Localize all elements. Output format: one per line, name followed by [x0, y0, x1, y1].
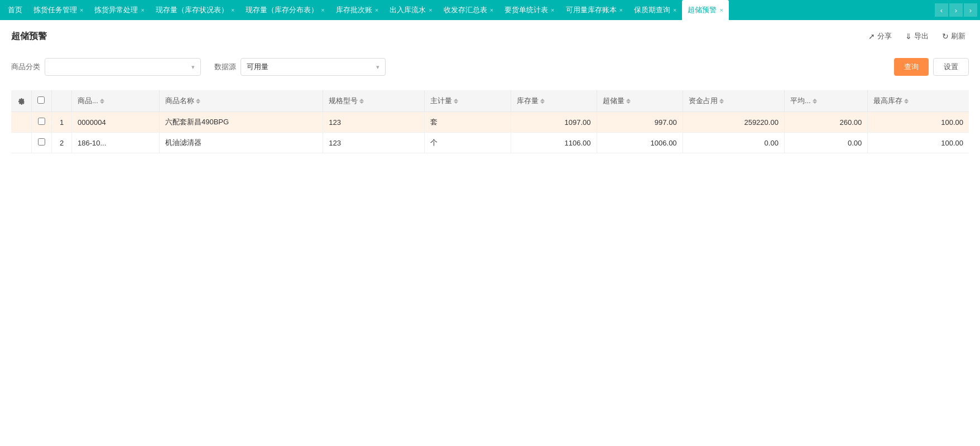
th-avg[interactable]: 平均...: [784, 90, 867, 112]
close-icon[interactable]: ×: [321, 7, 324, 13]
nav-inout-flow[interactable]: 出入库流水 ×: [384, 0, 438, 20]
nav-task-mgmt[interactable]: 拣货任务管理 ×: [28, 0, 89, 20]
close-icon[interactable]: ×: [673, 7, 676, 13]
sort-icon: [813, 99, 817, 104]
close-icon[interactable]: ×: [375, 7, 378, 13]
chevron-down-icon: ▾: [376, 64, 379, 71]
nav-exception[interactable]: 拣货异常处理 ×: [89, 0, 150, 20]
filter-buttons: 查询 设置: [894, 58, 969, 76]
close-icon[interactable]: ×: [551, 7, 554, 13]
datasource-filter-group: 数据源 可用量 ▾: [214, 58, 386, 76]
row-checkbox[interactable]: [38, 118, 45, 125]
close-icon[interactable]: ×: [719, 7, 723, 13]
refresh-button[interactable]: ↻ 刷新: [939, 29, 969, 43]
td-capital-use: 259220.00: [683, 112, 784, 133]
sort-icon: [196, 99, 200, 104]
th-stock[interactable]: 库存量: [511, 90, 597, 112]
page-actions: ➚ 分享 ⇓ 导出 ↻ 刷新: [865, 29, 969, 43]
td-unit: 套: [425, 112, 511, 133]
td-index: 2: [52, 133, 72, 153]
row-checkbox[interactable]: [38, 138, 45, 146]
nav-order-stats[interactable]: 要货单统计表 ×: [499, 0, 560, 20]
data-table: 商品... 商品名称 规格型号: [11, 90, 969, 153]
category-label: 商品分类: [11, 62, 40, 72]
close-icon[interactable]: ×: [429, 7, 432, 13]
td-spec: 123: [323, 112, 425, 133]
td-checkbox[interactable]: [32, 133, 52, 153]
sort-icon: [359, 99, 364, 104]
th-capital-use[interactable]: 资金占用: [683, 90, 784, 112]
share-icon: ➚: [868, 32, 875, 41]
nav-inventory-dist[interactable]: 现存量（库存分布表） ×: [240, 0, 330, 20]
th-unit[interactable]: 主计量: [425, 90, 511, 112]
page-title: 超储预警: [11, 31, 47, 42]
chevron-down-icon: ▾: [191, 64, 195, 71]
nav-summary[interactable]: 收发存汇总表 ×: [438, 0, 499, 20]
close-icon[interactable]: ×: [490, 7, 493, 13]
close-icon[interactable]: ×: [619, 7, 623, 13]
sort-icon: [454, 99, 458, 104]
category-select[interactable]: ▾: [45, 58, 201, 76]
td-checkbox[interactable]: [32, 112, 52, 133]
nav-home[interactable]: 首页: [2, 0, 28, 20]
td-stock: 1106.00: [511, 133, 597, 153]
export-icon: ⇓: [905, 32, 912, 41]
td-product-code: 0000004: [72, 112, 160, 133]
datasource-label: 数据源: [214, 62, 236, 72]
close-icon[interactable]: ×: [231, 7, 234, 13]
td-capital-use: 0.00: [683, 133, 784, 153]
td-avg: 0.00: [784, 133, 867, 153]
td-over-stock: 997.00: [597, 112, 683, 133]
table-row: 2 186-10... 机油滤清器 123 个 1106.00 1006.00 …: [11, 133, 969, 153]
sort-icon: [100, 99, 104, 104]
nav-available-account[interactable]: 可用量库存账本 ×: [560, 0, 628, 20]
td-gear: [11, 133, 32, 153]
datasource-select[interactable]: 可用量 ▾: [241, 58, 386, 76]
td-max-stock: 100.00: [868, 112, 969, 133]
td-product-name: 机油滤清器: [159, 133, 323, 153]
td-max-stock: 100.00: [868, 133, 969, 153]
nav-batch-account[interactable]: 库存批次账 ×: [330, 0, 384, 20]
th-gear[interactable]: [11, 90, 32, 112]
topbar: 首页 拣货任务管理 × 拣货异常处理 × 现存量（库存状况表） × 现存量（库存…: [0, 0, 980, 20]
th-index: [52, 90, 72, 112]
nav-next-button[interactable]: ›: [949, 3, 963, 17]
page-header: 超储预警 ➚ 分享 ⇓ 导出 ↻ 刷新: [11, 29, 969, 43]
close-icon[interactable]: ×: [80, 7, 83, 13]
filter-row: 商品分类 ▾ 数据源 可用量 ▾ 查询 设置: [11, 52, 969, 81]
close-icon[interactable]: ×: [141, 7, 144, 13]
sort-icon: [626, 99, 631, 104]
nav-overstock-warning[interactable]: 超储预警 ×: [682, 0, 728, 20]
th-checkbox[interactable]: [32, 90, 52, 112]
td-stock: 1097.00: [511, 112, 597, 133]
table-row: 1 0000004 六配套新昌490BPG 123 套 1097.00 997.…: [11, 112, 969, 133]
export-button[interactable]: ⇓ 导出: [902, 29, 932, 43]
nav-quality-query[interactable]: 保质期查询 ×: [628, 0, 682, 20]
th-spec[interactable]: 规格型号: [323, 90, 425, 112]
sort-icon: [719, 99, 724, 104]
select-all-checkbox[interactable]: [37, 96, 45, 104]
td-spec: 123: [323, 133, 425, 153]
datasource-value: 可用量: [247, 62, 268, 72]
th-product-name[interactable]: 商品名称: [159, 90, 323, 112]
th-product-code[interactable]: 商品...: [72, 90, 160, 112]
category-filter-group: 商品分类 ▾: [11, 58, 201, 76]
td-gear: [11, 112, 32, 133]
nav-prev-button[interactable]: ‹: [935, 3, 948, 17]
td-product-name: 六配套新昌490BPG: [159, 112, 323, 133]
th-max-stock[interactable]: 最高库存: [868, 90, 969, 112]
settings-button[interactable]: 设置: [933, 58, 969, 76]
table-header-row: 商品... 商品名称 规格型号: [11, 90, 969, 112]
th-over-stock[interactable]: 超储量: [597, 90, 683, 112]
query-button[interactable]: 查询: [894, 58, 929, 76]
sort-icon: [904, 99, 909, 104]
nav-inventory-status[interactable]: 现存量（库存状况表） ×: [150, 0, 240, 20]
td-product-code: 186-10...: [72, 133, 160, 153]
nav-arrows: ‹ › ›: [934, 3, 978, 17]
td-avg: 260.00: [784, 112, 867, 133]
gear-icon: [17, 96, 26, 105]
share-button[interactable]: ➚ 分享: [865, 29, 895, 43]
refresh-icon: ↻: [942, 32, 949, 41]
td-unit: 个: [425, 133, 511, 153]
nav-more-button[interactable]: ›: [964, 3, 977, 17]
